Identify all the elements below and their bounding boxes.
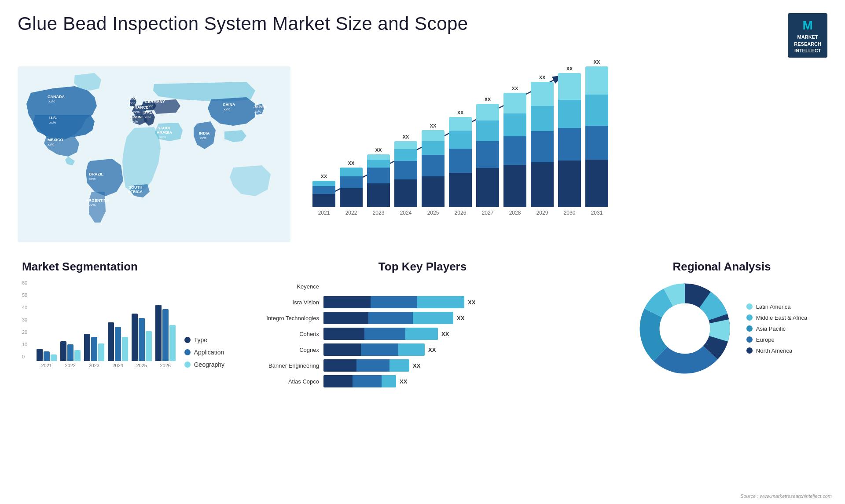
seg-app-2022 xyxy=(67,344,73,361)
bar-value-2028: XX xyxy=(512,86,518,91)
svg-text:xx%: xx% xyxy=(147,104,153,108)
svg-text:GERMANY: GERMANY xyxy=(145,99,165,104)
donut-chart-svg xyxy=(636,280,733,377)
svg-text:CANADA: CANADA xyxy=(48,95,65,99)
svg-text:ITALY: ITALY xyxy=(143,110,154,115)
seg-bars-2021 xyxy=(37,349,57,361)
svg-text:xx%: xx% xyxy=(130,194,137,198)
map-section: CANADA xx% U.S. xx% MEXICO xx% BRAZIL xx… xyxy=(9,62,295,251)
bar-value-2026: XX xyxy=(457,110,464,115)
bar-2029 xyxy=(531,82,554,207)
svg-text:MEXICO: MEXICO xyxy=(48,138,63,142)
x-label-2021: 2021 xyxy=(312,210,335,216)
player-bar-banner: XX xyxy=(323,359,603,372)
x-label-2030: 2030 xyxy=(558,210,581,216)
bar-group-2029: XX xyxy=(531,75,554,207)
player-row-coherix: Coherix XX xyxy=(242,328,603,340)
seg-year-label-2021: 2021 xyxy=(41,363,51,368)
svg-text:ARABIA: ARABIA xyxy=(157,130,172,135)
seg-bars-2025 xyxy=(132,314,152,361)
bar-chart-x-axis: 2021 2022 2023 2024 2025 2026 2027 2028 … xyxy=(308,210,823,216)
x-label-2031: 2031 xyxy=(585,210,608,216)
bar-group-2026: XX xyxy=(449,110,472,207)
legend-latin-america: Latin America xyxy=(746,303,807,310)
legend-latin-label: Latin America xyxy=(756,303,791,310)
legend-na-label: North America xyxy=(756,347,792,354)
bar-group-2023: XX xyxy=(367,147,390,207)
legend-me-label: Middle East & Africa xyxy=(756,314,807,321)
map-container: CANADA xx% U.S. xx% MEXICO xx% BRAZIL xx… xyxy=(18,66,290,242)
seg-group-2023: 2023 xyxy=(84,334,104,368)
player-name-integro: Integro Technologies xyxy=(242,315,319,321)
x-label-2025: 2025 xyxy=(422,210,445,216)
page-header: Glue Bead Inspection System Market Size … xyxy=(0,0,845,62)
svg-text:AFRICA: AFRICA xyxy=(128,190,143,194)
bar-group-2022: XX xyxy=(340,161,363,207)
seg-type-2025 xyxy=(132,314,138,361)
bar-group-2027: XX xyxy=(476,97,499,207)
x-label-2029: 2029 xyxy=(531,210,554,216)
x-label-2024: 2024 xyxy=(394,210,417,216)
x-label-2026: 2026 xyxy=(449,210,472,216)
player-bar-fill-banner xyxy=(323,359,409,372)
players-title: Top Key Players xyxy=(242,260,603,274)
player-bar-coherix: XX xyxy=(323,328,603,340)
bar-group-2021: XX xyxy=(312,174,335,207)
seg-bars-2026 xyxy=(155,305,176,361)
seg-year-label-2022: 2022 xyxy=(65,363,75,368)
legend-eu-dot xyxy=(746,336,753,343)
player-row-integro: Integro Technologies XX xyxy=(242,312,603,324)
svg-text:xx%: xx% xyxy=(159,135,166,139)
legend-application: Application xyxy=(184,349,224,356)
logo-letter: M xyxy=(802,18,812,32)
seg-group-2025: 2025 xyxy=(132,314,152,368)
seg-app-2024 xyxy=(115,327,121,361)
bar-group-2025: XX xyxy=(422,123,445,207)
svg-text:FRANCE: FRANCE xyxy=(132,105,149,110)
bottom-content: Market Segmentation 0 10 20 30 40 50 60 xyxy=(9,251,836,396)
donut-legend: Latin America Middle East & Africa Asia … xyxy=(746,303,807,354)
x-label-2022: 2022 xyxy=(340,210,363,216)
bar-2031 xyxy=(585,66,608,207)
legend-asia-pacific: Asia Pacific xyxy=(746,325,807,332)
legend-na-dot xyxy=(746,347,753,354)
svg-text:xx%: xx% xyxy=(144,115,151,119)
player-bar-keyence xyxy=(323,280,603,292)
x-label-2028: 2028 xyxy=(503,210,526,216)
svg-text:BRAZIL: BRAZIL xyxy=(89,172,103,176)
main-content: CANADA xx% U.S. xx% MEXICO xx% BRAZIL xx… xyxy=(0,62,845,396)
bar-value-2023: XX xyxy=(375,147,382,153)
legend-me-dot xyxy=(746,314,753,321)
bar-2028 xyxy=(503,93,526,207)
svg-text:JAPAN: JAPAN xyxy=(254,105,267,109)
seg-bars-2023 xyxy=(84,334,104,361)
bar-2022 xyxy=(340,168,363,207)
donut-area: Latin America Middle East & Africa Asia … xyxy=(621,280,823,377)
player-bar-isra: XX xyxy=(323,296,603,308)
player-xx-coherix: XX xyxy=(441,331,449,337)
player-name-cognex: Cognex xyxy=(242,347,319,353)
seg-app-2021 xyxy=(44,351,50,361)
regional-section: Regional Analysis xyxy=(616,256,827,392)
legend-middle-east: Middle East & Africa xyxy=(746,314,807,321)
seg-bars: 2021 2022 xyxy=(37,280,176,368)
bar-2026 xyxy=(449,117,472,207)
regional-title: Regional Analysis xyxy=(621,260,823,274)
legend-latin-dot xyxy=(746,303,753,310)
player-row-keyence: Keyence xyxy=(242,280,603,292)
bar-value-2022: XX xyxy=(348,161,355,166)
bar-value-2024: XX xyxy=(403,134,409,139)
seg-bars-2022 xyxy=(60,341,81,361)
seg-year-label-2024: 2024 xyxy=(112,363,123,368)
player-xx-banner: XX xyxy=(413,362,420,369)
seg-group-2026: 2026 xyxy=(155,305,176,368)
seg-y-axis: 0 10 20 30 40 50 60 xyxy=(22,280,28,368)
source-text: Source : www.marketresearchintellect.com xyxy=(740,493,832,499)
player-bar-integro: XX xyxy=(323,312,603,324)
legend-eu-label: Europe xyxy=(756,336,775,343)
page-title: Glue Bead Inspection System Market Size … xyxy=(18,13,468,34)
segmentation-title: Market Segmentation xyxy=(22,260,224,274)
svg-text:xx%: xx% xyxy=(48,99,55,103)
player-name-keyence: Keyence xyxy=(242,283,319,290)
seg-type-2026 xyxy=(155,305,162,361)
